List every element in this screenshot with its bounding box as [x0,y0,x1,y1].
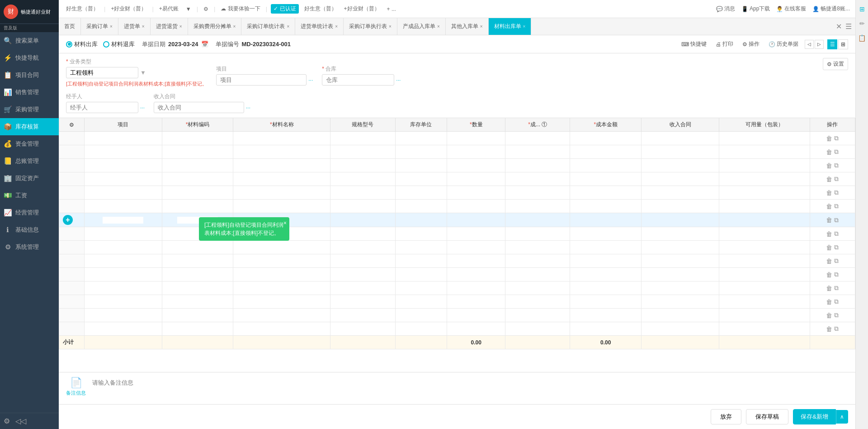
calendar-icon[interactable]: 📅 [201,41,208,48]
history-btn[interactable]: 🕐 历史单据 [766,39,801,49]
cell-spec-14[interactable] [330,309,395,322]
input-project-7[interactable] [103,217,143,224]
copy-row-3[interactable]: ⧉ [834,162,839,169]
sidebar-item-system[interactable]: ⚙ 系统管理 [0,238,59,256]
cell-cost-amount-9[interactable] [570,241,642,254]
topbar-service[interactable]: 👨‍💼 在线客服 [776,5,806,13]
copy-row-4[interactable]: ⧉ [834,175,839,183]
cell-qty-6[interactable] [447,200,505,213]
delete-row-14[interactable]: 🗑 [826,312,832,319]
right-panel-icon-1[interactable]: ⊞ [857,4,868,14]
cell-cost-price-12[interactable] [505,281,570,295]
cell-cost-amount-6[interactable] [570,200,642,213]
business-type-dropdown[interactable]: ▼ [140,69,146,76]
cell-cost-price-13[interactable] [505,295,570,309]
cell-income-8[interactable] [642,227,719,241]
cell-spec-3[interactable] [330,159,395,172]
topbar-yidaizhang[interactable]: +易代账 [157,5,180,13]
save-new-main-button[interactable]: 保存&新增 [793,409,836,424]
cell-qty-1[interactable] [447,132,505,145]
cell-project-4[interactable] [84,172,162,186]
tabbar-menu-icon[interactable]: ☰ [845,22,852,31]
cell-qty-5[interactable] [447,186,505,200]
cell-name-12[interactable] [233,281,330,295]
project-more-icon[interactable]: ··· [308,77,313,83]
cell-unit-4[interactable] [395,172,447,186]
cell-qty-13[interactable] [447,295,505,309]
tab-purchase-order-close[interactable]: × [110,24,113,29]
copy-row-14[interactable]: ⧉ [834,311,839,319]
cell-unit-9[interactable] [395,241,447,254]
sidebar-item-nav[interactable]: ⚡ 快捷导航 [0,49,59,67]
cell-name-13[interactable] [233,295,330,309]
save-draft-button[interactable]: 保存草稿 [746,409,788,424]
cell-cost-price-2[interactable] [505,145,570,159]
discard-button[interactable]: 放弃 [711,409,741,424]
cell-name-3[interactable] [233,159,330,172]
notes-textarea[interactable] [90,377,848,400]
sidebar-item-project[interactable]: 📋 项目合同 [0,67,59,84]
cell-project-2[interactable] [84,145,162,159]
delete-row-7[interactable]: 🗑 [826,216,832,224]
cell-spec-6[interactable] [330,200,395,213]
mode-out-radio[interactable] [66,41,72,48]
cell-cost-amount-4[interactable] [570,172,642,186]
cell-code-3[interactable] [162,159,233,172]
topbar-more[interactable]: + ... [385,6,398,12]
topbar-haoyecai[interactable]: +好业财（普） [109,5,148,13]
cell-cost-price-5[interactable] [505,186,570,200]
cell-name-2[interactable] [233,145,330,159]
cell-qty-10[interactable] [447,254,505,268]
cell-available-5[interactable] [719,186,810,200]
copy-row-5[interactable]: ⧉ [834,189,839,196]
cell-unit-5[interactable] [395,186,447,200]
topbar-haoshengyi2[interactable]: 好生意（普） [302,5,339,13]
cell-code-10[interactable] [162,254,233,268]
topbar-experience[interactable]: ☁ 我要体验一下 [219,5,262,13]
tab-home[interactable]: 首页 [59,18,81,35]
cell-unit-6[interactable] [395,200,447,213]
cell-cost-amount-5[interactable] [570,186,642,200]
tab-purchase-stats[interactable]: 采购订单统计表 × [241,18,295,35]
topbar-arrow[interactable]: ▼ [184,6,193,12]
settings-gear-icon[interactable]: ⚙ [4,417,10,425]
copy-row-1[interactable]: ⧉ [834,134,839,142]
handler-more-icon[interactable]: ··· [140,105,145,111]
cell-spec-2[interactable] [330,145,395,159]
cell-qty-14[interactable] [447,309,505,322]
cell-income-9[interactable] [642,241,719,254]
tab-goods-in[interactable]: 进货单 × [118,18,151,35]
delete-row-6[interactable]: 🗑 [826,203,832,210]
topbar-settings-icon[interactable]: ⚙ [202,6,210,12]
cell-spec-7[interactable] [330,213,395,227]
cell-name-5[interactable] [233,186,330,200]
cell-code-15[interactable] [162,322,233,336]
cell-income-12[interactable] [642,281,719,295]
copy-row-9[interactable]: ⧉ [834,243,839,251]
cell-cost-amount-14[interactable] [570,309,642,322]
cell-available-11[interactable] [719,268,810,281]
cell-cost-price-3[interactable] [505,159,570,172]
handler-input[interactable] [66,102,138,113]
cell-spec-12[interactable] [330,281,395,295]
cell-qty-7[interactable] [447,213,505,227]
right-panel-icon-3[interactable]: 📋 [857,33,868,43]
delete-row-11[interactable]: 🗑 [826,271,832,278]
cell-name-1[interactable] [233,132,330,145]
copy-row-12[interactable]: ⧉ [834,284,839,292]
cell-project-10[interactable] [84,254,162,268]
cell-available-4[interactable] [719,172,810,186]
cell-code-1[interactable] [162,132,233,145]
sidebar-item-finance[interactable]: 💰 资金管理 [0,135,59,153]
cell-available-15[interactable] [719,322,810,336]
tab-goods-in-close[interactable]: × [142,24,145,29]
warehouse-more-icon[interactable]: ··· [396,77,401,83]
settings-btn[interactable]: ⚙ 设置 [823,58,848,70]
cell-income-11[interactable] [642,268,719,281]
cell-unit-12[interactable] [395,281,447,295]
cell-cost-price-1[interactable] [505,132,570,145]
cell-cost-amount-2[interactable] [570,145,642,159]
sidebar-item-basic[interactable]: ℹ 基础信息 [0,221,59,238]
cell-qty-3[interactable] [447,159,505,172]
cell-cost-price-14[interactable] [505,309,570,322]
